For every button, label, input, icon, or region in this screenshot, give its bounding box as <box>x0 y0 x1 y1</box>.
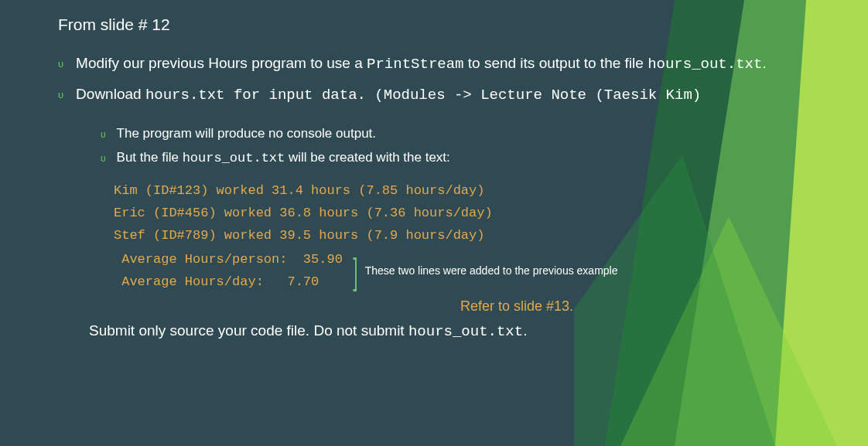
output-line: Stef (ID#789) worked 39.5 hours (7.9 hou… <box>114 225 822 247</box>
annotation-text: These two lines were added to the previo… <box>365 262 618 281</box>
output-block: Kim (ID#123) worked 31.4 hours (7.85 hou… <box>114 180 822 293</box>
bullet-icon: υ <box>58 57 63 76</box>
average-group: Average Hours/person: 35.90 Average Hour… <box>114 249 822 294</box>
slide: From slide # 12 υ Modify our previous Ho… <box>0 0 868 446</box>
bullet-item: υ Modify our previous Hours program to u… <box>58 53 822 76</box>
sub-bullet-item: υ The program will produce no console ou… <box>101 124 822 144</box>
slide-content: From slide # 12 υ Modify our previous Ho… <box>0 0 868 340</box>
submit-text: Submit only source your code file. Do no… <box>89 322 822 340</box>
output-avg-line: Average Hours/day: 7.70 <box>114 271 343 294</box>
bracket-icon: ] <box>353 254 357 289</box>
average-lines: Average Hours/person: 35.90 Average Hour… <box>114 249 343 294</box>
output-line: Kim (ID#123) worked 31.4 hours (7.85 hou… <box>114 180 822 203</box>
bullet-item: υ Download hours.txt for input data. (Mo… <box>58 83 822 107</box>
output-avg-line: Average Hours/person: 35.90 <box>114 249 343 271</box>
bullet-text: Modify our previous Hours program to use… <box>76 53 822 76</box>
bullet-icon: υ <box>101 152 106 169</box>
refer-text: Refer to slide #13. <box>460 298 822 315</box>
bullet-text: Download hours.txt for input data. (Modu… <box>76 83 822 107</box>
sub-bullet-text: The program will produce no console outp… <box>117 124 376 144</box>
slide-title: From slide # 12 <box>58 15 822 34</box>
sub-bullet-text: But the file hours_out.txt will be creat… <box>117 148 450 169</box>
sub-bullet-item: υ But the file hours_out.txt will be cre… <box>101 148 822 169</box>
output-line: Eric (ID#456) worked 36.8 hours (7.36 ho… <box>114 203 822 225</box>
bullet-icon: υ <box>101 128 106 144</box>
bullet-icon: υ <box>58 88 63 107</box>
